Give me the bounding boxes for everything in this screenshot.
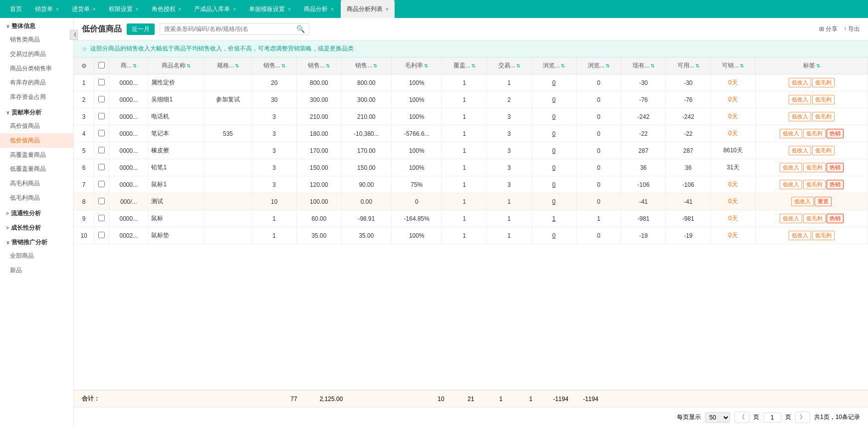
sidebar-item-stock-capital[interactable]: 库存资金占用 <box>0 90 73 104</box>
per-page-select[interactable]: 50 100 200 <box>705 412 730 423</box>
nav-item-product-analysis[interactable]: 商品分析 × <box>298 0 340 18</box>
row-checkbox-cell[interactable] <box>94 210 109 227</box>
nav-close-analysis-list[interactable]: × <box>386 6 389 12</box>
row-checkbox[interactable] <box>98 232 105 238</box>
col-settings[interactable]: ⚙ <box>74 57 94 74</box>
row-checkbox[interactable] <box>98 113 105 119</box>
row-transactions: 3 <box>487 125 532 142</box>
col-spec[interactable]: 规格...⇅ <box>204 57 252 74</box>
col-tags[interactable]: 标签⇅ <box>755 57 868 74</box>
sidebar-item-traded-products[interactable]: 交易过的商品 <box>0 47 73 61</box>
sidebar-group-overall[interactable]: ∨ 整体信息 <box>0 18 73 32</box>
row-checkbox-cell[interactable] <box>94 108 109 125</box>
nav-item-home[interactable]: 首页 <box>4 0 28 18</box>
col-available[interactable]: 可用...⇅ <box>666 57 711 74</box>
sidebar-item-sales-products[interactable]: 销售类商品 <box>0 32 73 47</box>
col-checkbox[interactable] <box>94 57 109 74</box>
sidebar-item-category-sales-rate[interactable]: 商品分类销售率 <box>0 61 73 76</box>
col-name[interactable]: 商品名称⇅ <box>148 57 204 74</box>
row-views1[interactable]: 0 <box>531 91 576 108</box>
sidebar-item-low-coverage[interactable]: 低覆盖量商品 <box>0 162 73 176</box>
row-checkbox[interactable] <box>98 164 105 170</box>
row-checkbox-cell[interactable] <box>94 125 109 142</box>
row-checkbox[interactable] <box>98 79 105 85</box>
row-sales1: 3 <box>252 108 297 125</box>
first-page-button[interactable]: 《 <box>734 412 749 423</box>
sidebar-item-low-value[interactable]: 低价值商品 <box>0 133 73 148</box>
row-checkbox[interactable] <box>98 147 105 153</box>
sidebar-item-stock-products[interactable]: 有库存的商品 <box>0 75 73 90</box>
row-checkbox-cell[interactable] <box>94 74 109 91</box>
row-checkbox-cell[interactable] <box>94 227 109 244</box>
nav-item-sales[interactable]: 销货单 × <box>29 0 65 18</box>
row-id: 10 <box>74 227 94 244</box>
col-saleable[interactable]: 可销...⇅ <box>711 57 756 74</box>
search-icon[interactable]: 🔍 <box>296 25 305 33</box>
row-current: -106 <box>621 176 666 193</box>
filter-button[interactable]: 近一月 <box>127 23 155 35</box>
col-views1[interactable]: 浏览...⇅ <box>531 57 576 74</box>
sidebar-item-high-margin[interactable]: 高毛利商品 <box>0 176 73 191</box>
row-views1[interactable]: 0 <box>531 176 576 193</box>
col-transactions[interactable]: 交易...⇅ <box>487 57 532 74</box>
nav-close-product-analysis[interactable]: × <box>331 6 334 12</box>
search-input[interactable] <box>164 25 294 32</box>
sidebar-collapse-button[interactable]: 《 <box>70 30 78 40</box>
nav-close-sales[interactable]: × <box>56 6 59 12</box>
nav-close-product-entry[interactable]: × <box>233 6 236 12</box>
row-views1[interactable]: 0 <box>531 159 576 176</box>
nav-item-template[interactable]: 单据模板设置 × <box>243 0 297 18</box>
row-checkbox-cell[interactable] <box>94 193 109 210</box>
sidebar-item-high-coverage[interactable]: 高覆盖量商品 <box>0 148 73 162</box>
row-views1[interactable]: 0 <box>531 108 576 125</box>
col-code[interactable]: 商...⇅ <box>109 57 148 74</box>
row-checkbox[interactable] <box>98 198 105 204</box>
share-button[interactable]: ⊞ 分享 <box>819 25 838 33</box>
sidebar-item-low-margin[interactable]: 低毛利商品 <box>0 191 73 205</box>
row-views1[interactable]: 0 <box>531 193 576 210</box>
row-available: -242 <box>666 108 711 125</box>
row-checkbox[interactable] <box>98 96 105 102</box>
last-page-button[interactable]: 》 <box>795 412 810 423</box>
nav-item-purchase[interactable]: 进货单 × <box>66 0 102 18</box>
row-views1[interactable]: 0 <box>531 74 576 91</box>
row-checkbox-cell[interactable] <box>94 91 109 108</box>
col-margin[interactable]: 毛利率⇅ <box>392 57 442 74</box>
col-sales1[interactable]: 销售...⇅ <box>252 57 297 74</box>
export-button[interactable]: ↑ 导出 <box>844 25 860 33</box>
sidebar-group-growth[interactable]: > 成长性分析 <box>0 220 73 234</box>
sidebar-group-marketing[interactable]: ∨ 营销推广分析 <box>0 234 73 249</box>
row-views1[interactable]: 1 <box>531 210 576 227</box>
select-all-checkbox[interactable] <box>98 62 105 68</box>
row-checkbox-cell[interactable] <box>94 159 109 176</box>
nav-close-roles[interactable]: × <box>179 6 182 12</box>
row-checkbox-cell[interactable] <box>94 176 109 193</box>
sidebar-group-circulation[interactable]: > 流通性分析 <box>0 205 73 220</box>
nav-item-analysis-list[interactable]: 商品分析列表 × <box>341 0 395 18</box>
nav-item-roles[interactable]: 角色授权 × <box>146 0 188 18</box>
row-checkbox[interactable] <box>98 130 105 136</box>
sidebar-item-high-value[interactable]: 高价值商品 <box>0 119 73 133</box>
nav-close-purchase[interactable]: × <box>93 6 96 12</box>
row-checkbox[interactable] <box>98 181 105 187</box>
col-current[interactable]: 现有...⇅ <box>621 57 666 74</box>
row-checkbox[interactable] <box>98 215 105 221</box>
col-sales2[interactable]: 销售...⇅ <box>297 57 342 74</box>
row-views1[interactable]: 0 <box>531 227 576 244</box>
sidebar-item-all-products[interactable]: 全部商品 <box>0 249 73 263</box>
nav-close-template[interactable]: × <box>288 6 291 12</box>
nav-close-permissions[interactable]: × <box>136 6 139 12</box>
col-coverage[interactable]: 覆盖...⇅ <box>442 57 487 74</box>
row-checkbox-cell[interactable] <box>94 142 109 159</box>
sidebar-item-new-products[interactable]: 新品 <box>0 263 73 278</box>
nav-item-permissions[interactable]: 权限设置 × <box>103 0 145 18</box>
sidebar-group-contribution[interactable]: ∨ 贡献率分析 <box>0 104 73 119</box>
col-views2[interactable]: 浏览...⇅ <box>576 57 621 74</box>
footer-current: -1194 <box>546 396 576 403</box>
row-views1[interactable]: 0 <box>531 125 576 142</box>
row-available: 36 <box>666 159 711 176</box>
nav-item-product-entry[interactable]: 产成品入库单 × <box>188 0 242 18</box>
col-sales3[interactable]: 销售...⇅ <box>341 57 391 74</box>
page-number-input[interactable] <box>763 413 781 423</box>
row-views1[interactable]: 0 <box>531 142 576 159</box>
